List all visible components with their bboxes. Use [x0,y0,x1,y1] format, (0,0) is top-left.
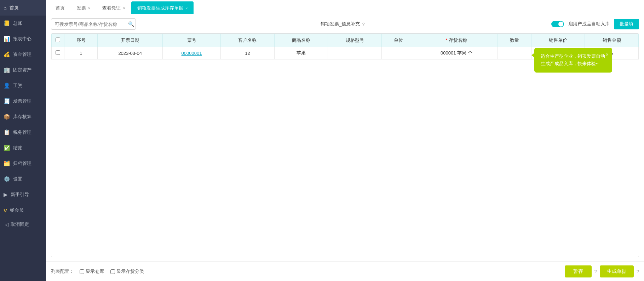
sidebar-item-invoice-management[interactable]: 🧾 发票管理 [0,93,46,109]
save-button[interactable]: 暂存 [565,265,592,277]
sidebar-item-fund-management[interactable]: 💰 资金管理 [0,47,46,62]
vip-icon: V [4,207,7,213]
tab-home[interactable]: 首页 [50,1,71,14]
sidebar: ⌂ 首页 📒 总账 📊 报表中心 💰 资金管理 🏢 固定资产 👤 工资 🧾 发票… [0,0,46,281]
sidebar-item-label: 归档管理 [13,160,31,167]
row-unit [381,47,415,59]
sidebar-item-label: 工资 [13,82,22,89]
sidebar-item-label: 报表中心 [13,36,31,42]
fund-icon: 💰 [4,51,10,58]
th-seq: 序号 [64,34,98,47]
sidebar-item-tax-management[interactable]: 📋 税务管理 [0,125,46,140]
row-qty [498,47,531,59]
show-inventory-category-label: 显示存货分类 [116,268,144,275]
sidebar-item-label: 发票管理 [13,98,31,104]
search-input[interactable] [51,18,136,30]
info-icon-save[interactable]: ? [594,269,597,274]
undo-icon: ◁ [5,222,8,227]
row-date: 2023-03-04 [98,47,162,59]
toolbar-right: 启用产成品自动入库 批量填 [551,19,639,29]
invoice-icon: 🧾 [4,98,10,104]
inventory-icon: 📦 [4,114,10,120]
play-icon: ▶ [4,191,8,198]
sidebar-item-label: 首页 [10,5,19,11]
row-product-name: 苹果 [274,47,328,59]
generate-button[interactable]: 生成单据 [600,265,634,277]
sidebar-item-archive[interactable]: 🗂️ 归档管理 [0,156,46,171]
tooltip-close-button[interactable]: × [606,51,609,58]
sidebar-item-label: 设置 [13,176,22,182]
sidebar-item-settlement[interactable]: ✅ 结账 [0,140,46,156]
tooltip-text: 适合生产型企业，销项发票自动生成产成品入库，快来体验~ [541,53,605,66]
search-icon[interactable]: 🔍 [128,21,134,27]
sidebar-item-label: 总账 [13,20,22,27]
sidebar-item-inventory[interactable]: 📦 库存核算 [0,109,46,125]
undo-fixed-button[interactable]: ◁ 取消固定 [0,218,46,231]
tab-invoice-close[interactable]: × [88,6,90,10]
show-warehouse-label: 显示仓库 [86,268,104,275]
tab-view-voucher-close[interactable]: × [123,6,125,10]
tab-create-inventory[interactable]: 销项发票生成库存单据 × [131,1,194,14]
th-unit: 单位 [381,34,415,47]
th-product-name: 商品名称 [274,34,328,47]
tab-bar: 首页 发票 × 查看凭证 × 销项发票生成库存单据 × [46,0,644,14]
show-warehouse-checkbox-label[interactable]: 显示仓库 [80,268,104,275]
show-inventory-category-checkbox-label[interactable]: 显示存货分类 [110,268,144,275]
row-seq: 1 [64,47,98,59]
gear-icon: ⚙️ [4,176,10,182]
row-customer: 12 [221,47,275,59]
tab-create-inventory-close[interactable]: × [185,6,188,10]
batch-fill-button[interactable]: 批量填 [614,19,639,29]
tab-home-label: 首页 [56,5,65,11]
sidebar-item-label: 资金管理 [13,51,31,58]
center-label: 销项发票_信息补充 [321,21,360,27]
tooltip-box: × 适合生产型企业，销项发票自动生成产成品入库，快来体验~ [534,48,612,73]
toggle-label: 启用产成品自动入库 [568,21,610,27]
sidebar-item-general-ledger[interactable]: 📒 总账 [0,16,46,31]
th-qty: 数量 [498,34,531,47]
tax-icon: 📋 [4,129,10,136]
sidebar-item-home[interactable]: ⌂ 首页 [0,0,46,16]
sidebar-item-payroll[interactable]: 👤 工资 [0,78,46,93]
page-content: 🔍 销项发票_信息补充 ? 启用产成品自动入库 批量填 [46,14,644,262]
sidebar-item-new-guide[interactable]: ▶ 新手引导 [0,187,46,202]
row-ticket-no: 00000001 [162,47,220,59]
sidebar-item-report-center[interactable]: 📊 报表中心 [0,31,46,47]
tab-invoice-label: 发票 [77,5,86,11]
payroll-icon: 👤 [4,82,10,89]
archive-icon: 🗂️ [4,160,10,167]
show-warehouse-checkbox[interactable] [80,269,84,274]
config-label: 列表配置： [51,268,74,275]
tab-invoice[interactable]: 发票 × [71,1,96,14]
sidebar-item-fixed-assets[interactable]: 🏢 固定资产 [0,62,46,78]
sidebar-item-label: 税务管理 [13,129,31,136]
action-buttons: 暂存 ? 生成单据 ? [565,265,639,277]
sidebar-item-settings[interactable]: ⚙️ 设置 [0,171,46,187]
tab-view-voucher-label: 查看凭证 [102,5,121,11]
report-icon: 📊 [4,36,10,42]
sidebar-item-vip[interactable]: V 畅会员 [0,202,46,218]
assets-icon: 🏢 [4,67,10,73]
undo-fixed-label: 取消固定 [11,221,29,228]
select-all-checkbox[interactable] [56,38,60,42]
th-customer: 客户名称 [221,34,275,47]
main-content: 首页 发票 × 查看凭证 × 销项发票生成库存单据 × 🔍 销项发票_信息补充 … [46,0,644,281]
sidebar-item-label: 库存核算 [13,114,31,120]
home-icon: ⌂ [4,5,7,11]
row-checkbox[interactable] [56,50,60,55]
th-inventory-name: 存货名称 [415,34,498,47]
toggle-switch[interactable] [551,21,564,27]
show-inventory-category-checkbox[interactable] [110,269,115,274]
sidebar-item-label: 新手引导 [11,191,29,198]
sidebar-item-label: 畅会员 [10,207,24,213]
row-inventory-name: 000001 苹果 个 [415,47,498,59]
sidebar-item-label: 结账 [13,145,22,151]
sidebar-item-label: 固定资产 [13,67,31,73]
info-icon-center[interactable]: ? [362,22,365,27]
toolbar-left: 🔍 [51,18,134,30]
toolbar-center: 销项发票_信息补充 ? [321,21,364,27]
tab-view-voucher[interactable]: 查看凭证 × [96,1,131,14]
th-spec: 规格型号 [328,34,382,47]
info-icon-generate[interactable]: ? [637,269,639,274]
ticket-link[interactable]: 00000001 [182,51,202,56]
